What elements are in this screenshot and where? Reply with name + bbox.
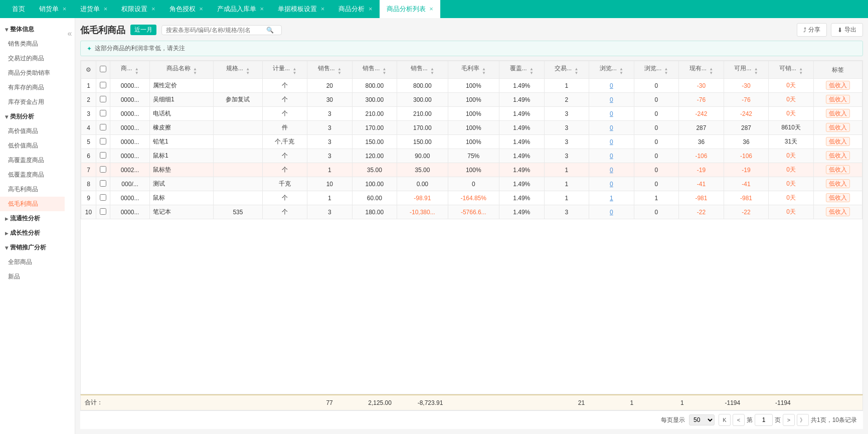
sidebar-item-high-value[interactable]: 高价值商品	[0, 124, 65, 138]
cell-browse1[interactable]: 0	[589, 163, 634, 177]
cell-check[interactable]	[96, 191, 110, 205]
nav-goods-analysis-list[interactable]: 商品分析列表 ×	[380, 0, 440, 18]
row-checkbox[interactable]	[100, 194, 106, 201]
th-browse1[interactable]: 浏览... ▲▼	[589, 61, 634, 79]
th-spec[interactable]: 规格... ▲▼	[214, 61, 262, 79]
cell-browse1[interactable]: 0	[589, 121, 634, 135]
cell-check[interactable]	[96, 79, 110, 93]
sidebar-item-high-coverage[interactable]: 高覆盖度商品	[0, 153, 65, 168]
close-purchase-icon[interactable]: ×	[104, 5, 108, 13]
search-input[interactable]	[166, 27, 266, 34]
close-sales-icon[interactable]: ×	[63, 5, 67, 13]
nav-sales[interactable]: 销货单 ×	[32, 0, 73, 18]
close-goods-analysis-icon[interactable]: ×	[369, 5, 373, 13]
cell-gross-rate: 100%	[448, 93, 499, 107]
th-tag[interactable]: 标签	[813, 61, 862, 79]
sidebar-item-capital[interactable]: 库存资金占用	[0, 95, 65, 109]
per-page-select[interactable]: 50 20 100	[689, 414, 715, 425]
th-browse2[interactable]: 浏览... ▲▼	[634, 61, 679, 79]
close-permission-icon[interactable]: ×	[151, 5, 155, 13]
search-icon[interactable]: 🔍	[266, 27, 274, 34]
nav-goods-analysis[interactable]: 商品分析 ×	[331, 0, 379, 18]
page-input[interactable]	[755, 414, 773, 426]
row-checkbox[interactable]	[100, 152, 106, 159]
row-checkbox[interactable]	[100, 96, 106, 102]
th-unit[interactable]: 计量... ▲▼	[262, 61, 307, 79]
sidebar-item-traded-goods[interactable]: 交易过的商品	[0, 51, 65, 66]
export-button[interactable]: ⬇ 导出	[831, 23, 863, 37]
th-code[interactable]: 商... ▲▼	[110, 61, 150, 79]
row-checkbox[interactable]	[100, 82, 106, 88]
th-sales1[interactable]: 销售... ▲▼	[307, 61, 353, 79]
nav-purchase[interactable]: 进货单 ×	[73, 0, 114, 18]
sidebar-group-growth[interactable]: ▸ 成长性分析	[0, 226, 65, 240]
close-product-entry-icon[interactable]: ×	[260, 5, 264, 13]
cell-browse1[interactable]: 0	[589, 107, 634, 121]
cell-check[interactable]	[96, 93, 110, 107]
row-checkbox[interactable]	[100, 180, 106, 187]
cell-check[interactable]	[96, 163, 110, 177]
prev-page-btn[interactable]: <	[733, 414, 745, 426]
cell-seq: 3	[81, 107, 96, 121]
cell-browse1[interactable]: 0	[589, 149, 634, 163]
select-all-checkbox[interactable]	[100, 66, 106, 72]
cell-check[interactable]	[96, 177, 110, 191]
nav-product-entry[interactable]: 产成品入库单 ×	[210, 0, 271, 18]
cell-browse1[interactable]: 0	[589, 79, 634, 93]
nav-home[interactable]: 首页	[5, 0, 32, 18]
sidebar-item-low-margin[interactable]: 低毛利商品	[0, 197, 65, 211]
row-checkbox[interactable]	[100, 110, 106, 116]
sidebar-item-low-value[interactable]: 低价值商品	[0, 138, 65, 153]
next-page-btn[interactable]: >	[783, 414, 795, 426]
sidebar-group-marketing[interactable]: ▾ 营销推广分析	[0, 240, 65, 255]
sidebar-item-all-goods[interactable]: 全部商品	[0, 255, 65, 269]
row-checkbox[interactable]	[100, 138, 106, 144]
sidebar-collapse-btn[interactable]: «	[65, 27, 75, 40]
row-checkbox[interactable]	[100, 166, 106, 173]
cell-check[interactable]	[96, 205, 110, 219]
cell-check[interactable]	[96, 135, 110, 149]
sidebar-item-low-coverage[interactable]: 低覆盖度商品	[0, 168, 65, 182]
th-stock2[interactable]: 可用... ▲▼	[724, 61, 769, 79]
nav-template[interactable]: 单据模板设置 ×	[271, 0, 331, 18]
th-trade[interactable]: 交易... ▲▼	[544, 61, 589, 79]
last-page-btn[interactable]: 》	[797, 414, 809, 426]
sidebar-item-category-rate[interactable]: 商品分类助销率	[0, 66, 65, 80]
sidebar-item-high-margin[interactable]: 高毛利商品	[0, 182, 65, 197]
nav-role[interactable]: 角色授权 ×	[162, 0, 210, 18]
th-stock3[interactable]: 可销... ▲▼	[769, 61, 814, 79]
cell-code: 000/...	[110, 177, 150, 191]
th-cover-rate[interactable]: 覆盖... ▲▼	[499, 61, 544, 79]
nav-permission[interactable]: 权限设置 ×	[114, 0, 162, 18]
sidebar-item-new-goods[interactable]: 新品	[0, 269, 65, 284]
th-gear[interactable]: ⚙	[81, 61, 96, 79]
th-gross-rate[interactable]: 毛利率 ▲▼	[448, 61, 499, 79]
sidebar-group-flow[interactable]: ▸ 流通性分析	[0, 211, 65, 226]
cell-browse1[interactable]: 0	[589, 205, 634, 219]
cell-check[interactable]	[96, 107, 110, 121]
sidebar-group-category[interactable]: ▾ 类别分析	[0, 109, 65, 124]
close-role-icon[interactable]: ×	[199, 5, 203, 13]
close-template-icon[interactable]: ×	[321, 5, 325, 13]
close-goods-list-icon[interactable]: ×	[429, 5, 433, 13]
row-checkbox[interactable]	[100, 208, 106, 215]
th-sales2[interactable]: 销售... ▲▼	[352, 61, 397, 79]
th-checkbox[interactable]	[96, 61, 110, 79]
th-stock1[interactable]: 现有... ▲▼	[679, 61, 724, 79]
date-badge[interactable]: 近一月	[130, 25, 156, 35]
th-sales3[interactable]: 销售... ▲▼	[397, 61, 448, 79]
th-name[interactable]: 商品名称 ▲▼	[150, 61, 214, 79]
sidebar-item-in-stock[interactable]: 有库存的商品	[0, 80, 65, 95]
sidebar-item-sales-goods[interactable]: 销售类商品	[0, 37, 65, 51]
cell-check[interactable]	[96, 121, 110, 135]
cell-browse1[interactable]: 0	[589, 177, 634, 191]
sidebar-group-overall[interactable]: ▾ 整体信息	[0, 22, 65, 37]
cell-tag: 低收入	[813, 149, 862, 163]
row-checkbox[interactable]	[100, 124, 106, 130]
cell-browse1[interactable]: 1	[589, 191, 634, 205]
cell-browse1[interactable]: 0	[589, 93, 634, 107]
cell-browse1[interactable]: 0	[589, 135, 634, 149]
cell-check[interactable]	[96, 149, 110, 163]
share-button[interactable]: ⤴ 分享	[797, 23, 827, 37]
first-page-btn[interactable]: K	[719, 414, 731, 426]
